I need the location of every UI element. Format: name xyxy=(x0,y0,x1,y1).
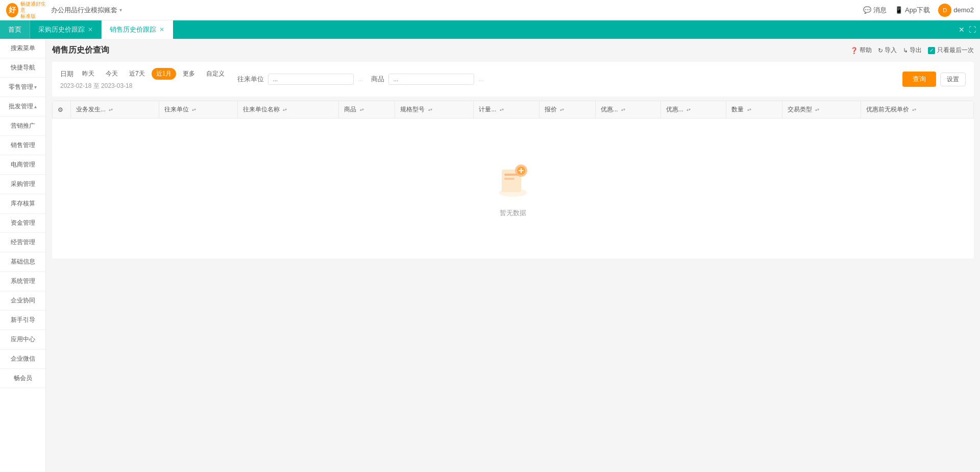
partner-input[interactable] xyxy=(268,74,354,85)
th-unit[interactable]: 计量... ▴▾ xyxy=(474,101,539,119)
query-button[interactable]: 查询 xyxy=(902,72,936,87)
sidebar-item-basic[interactable]: 基础信息 xyxy=(0,252,45,272)
th-spec[interactable]: 规格型号 ▴▾ xyxy=(395,101,474,119)
sidebar-item-ecommerce[interactable]: 电商管理 xyxy=(0,155,45,175)
partner-label: 往来单位 xyxy=(237,75,264,84)
date-label: 日期 xyxy=(60,69,74,79)
th-partner-name[interactable]: 往来单位名称 ▴▾ xyxy=(237,101,339,119)
empty-state: 暂无数据 xyxy=(52,119,974,258)
sidebar-item-finance[interactable]: 资金管理 xyxy=(0,214,45,233)
sidebar-item-wechat[interactable]: 企业微信 xyxy=(0,349,45,369)
sidebar: 搜索菜单 快捷导航 零售管理 ▾ 批发管理 ▴ 营销推广 销售管理 电商管理 采… xyxy=(0,39,46,472)
th-discount2[interactable]: 优惠... ▴▾ xyxy=(660,101,726,119)
sort-arrows-unit: ▴▾ xyxy=(500,107,504,112)
tab-bar-right: ✕ ⛶ xyxy=(959,20,980,39)
sidebar-item-system[interactable]: 系统管理 xyxy=(0,272,45,291)
help-button[interactable]: ❓ 帮助 xyxy=(850,46,872,55)
sidebar-item-purchase[interactable]: 采购管理 xyxy=(0,175,45,194)
date-more-btn[interactable]: 更多 xyxy=(178,68,200,80)
date-range-text: 2023-02-18 至 2023-03-18 xyxy=(60,82,229,90)
import-icon: ↻ xyxy=(878,47,883,54)
date-yesterday-btn[interactable]: 昨天 xyxy=(78,68,99,80)
sort-arrows-trade-type: ▴▾ xyxy=(815,107,819,112)
date-last1m-btn[interactable]: 近1月 xyxy=(152,68,177,80)
content-area: 销售历史价查询 ❓ 帮助 ↻ 导入 ↳ 导出 ✓ xyxy=(46,39,980,472)
th-discount1[interactable]: 优惠... ▴▾ xyxy=(595,101,660,119)
settings-button[interactable]: 设置 xyxy=(940,73,966,86)
date-filter-group: 日期 昨天 今天 近7天 近1月 更多 自定义 xyxy=(60,68,229,80)
retail-dropdown-icon: ▾ xyxy=(34,84,37,90)
sort-arrows-spec: ▴▾ xyxy=(428,107,432,112)
system-title-dropdown-icon[interactable]: ▾ xyxy=(119,7,122,13)
tab-maximize-button[interactable]: ⛶ xyxy=(969,26,976,34)
sidebar-item-marketing[interactable]: 营销推广 xyxy=(0,116,45,136)
sort-arrows-price: ▴▾ xyxy=(560,107,564,112)
sidebar-item-guide[interactable]: 新手引导 xyxy=(0,311,45,330)
th-partner-code[interactable]: 往来单位 ▴▾ xyxy=(159,101,237,119)
sidebar-item-shortcut[interactable]: 快捷导航 xyxy=(0,58,45,78)
top-right: 💬 消息 📱 App下载 D demo2 xyxy=(863,4,974,17)
sidebar-item-search[interactable]: 搜索菜单 xyxy=(0,39,45,58)
partner-dots: ... xyxy=(358,76,363,83)
main-layout: 搜索菜单 快捷导航 零售管理 ▾ 批发管理 ▴ 营销推广 销售管理 电商管理 采… xyxy=(0,39,980,472)
import-button[interactable]: ↻ 导入 xyxy=(878,46,897,55)
goods-label: 商品 xyxy=(371,75,384,84)
avatar: D xyxy=(938,4,951,17)
user-menu[interactable]: D demo2 xyxy=(938,4,974,17)
partner-filter-group: 往来单位 ... xyxy=(237,74,363,85)
sidebar-item-member[interactable]: 畅会员 xyxy=(0,369,45,388)
page-actions: ❓ 帮助 ↻ 导入 ↳ 导出 ✓ 只看最后一次 xyxy=(850,46,974,55)
th-gear[interactable]: ⚙ xyxy=(53,101,71,119)
tab-purchase[interactable]: 采购历史价跟踪 ✕ xyxy=(30,20,102,39)
sort-arrows-partner-name: ▴▾ xyxy=(283,107,287,112)
tab-sales-close[interactable]: ✕ xyxy=(159,26,164,33)
date-custom-btn[interactable]: 自定义 xyxy=(202,68,229,80)
app-download-button[interactable]: 📱 App下载 xyxy=(895,6,930,15)
tab-home[interactable]: 首页 xyxy=(0,20,30,39)
date-today-btn[interactable]: 今天 xyxy=(101,68,122,80)
date-options: 昨天 今天 近7天 近1月 更多 自定义 xyxy=(78,68,229,80)
filter-bar: 日期 昨天 今天 近7天 近1月 更多 自定义 2023-02-18 至 202… xyxy=(52,62,974,97)
sort-arrows-discount1: ▴▾ xyxy=(621,107,625,112)
sidebar-item-enterprise[interactable]: 企业协同 xyxy=(0,291,45,311)
tab-bar: 首页 采购历史价跟踪 ✕ 销售历史价跟踪 ✕ ✕ ⛶ xyxy=(0,20,980,39)
th-biz-date[interactable]: 业务发生... ▴▾ xyxy=(71,101,159,119)
th-price[interactable]: 报价 ▴▾ xyxy=(539,101,595,119)
th-qty[interactable]: 数量 ▴▾ xyxy=(726,101,782,119)
date-filter-section: 日期 昨天 今天 近7天 近1月 更多 自定义 2023-02-18 至 202… xyxy=(60,68,229,90)
system-title: 办公用品行业模拟账套 ▾ xyxy=(51,6,859,15)
tab-sales[interactable]: 销售历史价跟踪 ✕ xyxy=(102,20,173,39)
sort-arrows-qty: ▴▾ xyxy=(747,107,751,112)
date-last7-btn[interactable]: 近7天 xyxy=(125,68,150,80)
sidebar-item-operations[interactable]: 经营管理 xyxy=(0,233,45,252)
sort-arrows-pre-tax-price: ▴▾ xyxy=(912,107,916,112)
sidebar-item-wholesale[interactable]: 批发管理 ▴ xyxy=(0,97,45,116)
tab-close-all-button[interactable]: ✕ xyxy=(959,26,965,34)
goods-input[interactable] xyxy=(388,74,474,85)
filter-right: 查询 设置 xyxy=(902,72,966,87)
export-icon: ↳ xyxy=(903,47,908,54)
th-trade-type[interactable]: 交易类型 ▴▾ xyxy=(782,101,861,119)
export-button[interactable]: ↳ 导出 xyxy=(903,46,922,55)
message-button[interactable]: 💬 消息 xyxy=(863,6,887,15)
sidebar-item-retail[interactable]: 零售管理 ▾ xyxy=(0,78,45,97)
page-header: 销售历史价查询 ❓ 帮助 ↻ 导入 ↳ 导出 ✓ xyxy=(52,45,974,56)
checkbox-checked-icon: ✓ xyxy=(928,47,935,54)
sidebar-item-app-center[interactable]: 应用中心 xyxy=(0,330,45,349)
svg-rect-3 xyxy=(504,178,514,180)
th-goods[interactable]: 商品 ▴▾ xyxy=(339,101,395,119)
table-header-row: ⚙ 业务发生... ▴▾ 往来单位 ▴▾ 往来单位名称 xyxy=(53,101,974,119)
sidebar-item-sales-mgmt[interactable]: 销售管理 xyxy=(0,136,45,155)
tab-purchase-close[interactable]: ✕ xyxy=(88,26,93,33)
gear-icon: ⚙ xyxy=(58,106,63,113)
goods-filter-group: 商品 ... xyxy=(371,74,483,85)
sort-arrows-partner-code: ▴▾ xyxy=(192,107,196,112)
wholesale-dropdown-icon: ▴ xyxy=(34,104,37,109)
sidebar-item-inventory[interactable]: 库存核算 xyxy=(0,194,45,214)
page-content: 销售历史价查询 ❓ 帮助 ↻ 导入 ↳ 导出 ✓ xyxy=(46,39,980,472)
top-bar: 好 畅捷通好生意 标准版 办公用品行业模拟账套 ▾ 💬 消息 📱 App下载 D… xyxy=(0,0,980,20)
sort-arrows-biz-date: ▴▾ xyxy=(109,107,113,112)
th-pre-tax-price[interactable]: 优惠前无税单价 ▴▾ xyxy=(861,101,974,119)
logo-area: 好 畅捷通好生意 标准版 xyxy=(6,1,47,19)
only-last-checkbox[interactable]: ✓ 只看最后一次 xyxy=(928,46,974,55)
